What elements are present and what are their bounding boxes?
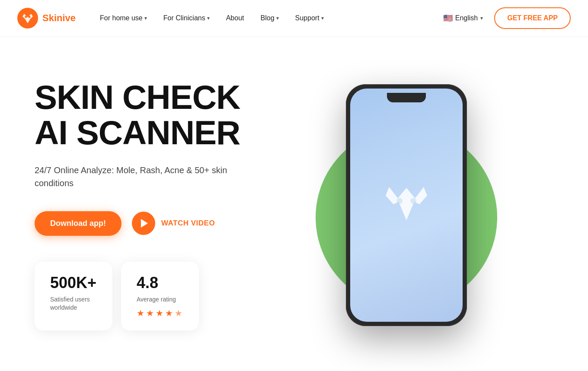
- play-triangle: [141, 219, 148, 228]
- phone-screen: [350, 89, 463, 322]
- phone-mockup: [346, 84, 467, 326]
- chevron-down-icon: ▾: [276, 15, 279, 21]
- stat-card-rating: 4.8 Average rating ★ ★ ★ ★ ★: [121, 262, 199, 331]
- language-selector[interactable]: 🇺🇸 English ▾: [436, 10, 490, 26]
- stat-number-users: 500K+: [50, 274, 97, 292]
- get-free-app-button[interactable]: GET FREE APP: [494, 7, 571, 29]
- nav-item-home-use[interactable]: For home use ▾: [93, 11, 154, 25]
- phone-notch: [387, 93, 426, 102]
- svg-point-1: [29, 16, 31, 18]
- nav-item-clinicians[interactable]: For Clinicians ▾: [157, 11, 217, 25]
- chevron-down-icon: ▾: [144, 15, 147, 21]
- stat-label-rating: Average rating: [137, 295, 183, 304]
- hero-buttons: Download app! WATCH VIDEO: [35, 211, 294, 236]
- app-logo-on-screen: [380, 179, 432, 231]
- nav-right: 🇺🇸 English ▾ GET FREE APP: [436, 7, 571, 29]
- chevron-down-icon: ▾: [207, 15, 210, 21]
- nav-item-about[interactable]: About: [219, 11, 251, 25]
- star-icon-3: ★: [156, 308, 163, 318]
- watch-label: WATCH VIDEO: [161, 219, 215, 228]
- chevron-down-icon: ▾: [321, 15, 324, 21]
- hero-section: SKIN CHECK AI SCANNER 24/7 Online Analyz…: [0, 37, 588, 371]
- nav-links: For home use ▾ For Clinicians ▾ About Bl…: [93, 11, 436, 25]
- svg-point-3: [410, 198, 416, 204]
- watch-video-button[interactable]: WATCH VIDEO: [132, 212, 215, 235]
- star-icon-half: ★: [175, 308, 182, 318]
- logo-link[interactable]: Skinive: [17, 8, 76, 29]
- nav-item-blog[interactable]: Blog ▾: [254, 11, 286, 25]
- download-app-button[interactable]: Download app!: [35, 211, 121, 236]
- chevron-down-icon: ▾: [480, 15, 483, 21]
- stat-number-rating: 4.8: [137, 274, 183, 292]
- hero-right: [294, 63, 519, 365]
- star-icon-4: ★: [165, 308, 173, 318]
- star-icon-2: ★: [146, 308, 154, 318]
- stat-label-users: Satisfied users worldwide: [50, 295, 97, 312]
- stats-row: 500K+ Satisfied users worldwide 4.8 Aver…: [35, 262, 294, 331]
- hero-subtitle: 24/7 Online Analyze: Mole, Rash, Acne & …: [35, 164, 251, 190]
- play-icon: [132, 212, 155, 235]
- phone-outer: [346, 84, 467, 326]
- star-icon-1: ★: [137, 308, 144, 318]
- logo-text: Skinive: [42, 13, 76, 24]
- logo-icon: [17, 8, 38, 29]
- svg-point-2: [396, 198, 403, 204]
- nav-item-support[interactable]: Support ▾: [288, 11, 331, 25]
- flag-icon: 🇺🇸: [443, 13, 453, 23]
- stars-row: ★ ★ ★ ★ ★: [137, 308, 183, 318]
- navbar: Skinive For home use ▾ For Clinicians ▾ …: [0, 0, 588, 37]
- hero-title: SKIN CHECK AI SCANNER: [35, 80, 294, 151]
- hero-left: SKIN CHECK AI SCANNER 24/7 Online Analyz…: [35, 63, 294, 330]
- svg-point-0: [25, 16, 27, 18]
- stat-card-users: 500K+ Satisfied users worldwide: [35, 262, 112, 331]
